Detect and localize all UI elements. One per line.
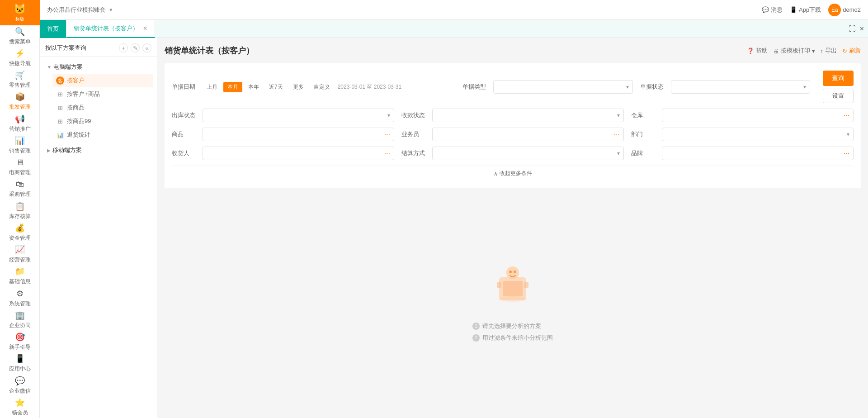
warehouse-dots-icon[interactable]: ··· (844, 111, 849, 119)
sidebar-item-retail[interactable]: 🛒 零售管理 (0, 69, 40, 90)
tab-sales-stats[interactable]: 销货单统计表（按客户） ✕ (66, 20, 155, 38)
sidebar-item-apps[interactable]: 📱 应用中心 (0, 352, 40, 374)
tree-desktop-parent[interactable]: ▼ 电脑端方案 (43, 60, 153, 74)
date-btn-more[interactable]: 更多 (289, 82, 308, 92)
collapse-bar[interactable]: ∧ 收起更多条件 (172, 166, 854, 181)
close-icon: ✕ (859, 25, 864, 32)
add-scheme-btn[interactable]: + (119, 43, 128, 52)
tabs-bar: 首页 销货单统计表（按客户） ✕ ⛶ ✕ (40, 20, 868, 38)
warehouse-control[interactable]: ··· (662, 109, 854, 122)
tree-child-by-product-99[interactable]: ⊞ 按商品99 (52, 114, 153, 128)
export-btn[interactable]: ↑ 导出 (821, 47, 837, 55)
sidebar-item-ecommerce[interactable]: 🖥 电商管理 (0, 156, 40, 178)
refresh-icon: ↻ (842, 48, 847, 54)
tab-close-btn[interactable]: ✕ (143, 25, 147, 32)
date-btn-this-year[interactable]: 本年 (244, 82, 263, 92)
sidebar-item-finance[interactable]: 💰 资金管理 (0, 222, 40, 243)
maximize-btn[interactable]: ⛶ (849, 25, 856, 33)
brand-control[interactable]: ··· (662, 147, 854, 160)
print-label: 按模板打印 (781, 47, 810, 55)
by-product-99-icon: ⊞ (56, 117, 64, 125)
date-btn-7days[interactable]: 近7天 (265, 82, 287, 92)
out-status-chevron-icon: ▾ (387, 112, 390, 119)
page-actions: ❓ 帮助 🖨 按模板打印 ▾ ↑ 导出 ↻ 刷新 (747, 47, 861, 55)
date-btn-last-month[interactable]: 上月 (203, 82, 222, 92)
refresh-btn[interactable]: ↻ 刷新 (842, 47, 861, 55)
collapse-icon: « (145, 45, 148, 52)
sidebar-item-guide[interactable]: 🎯 新手引导 (0, 331, 40, 352)
wechat-icon: 💬 (15, 376, 25, 386)
sidebar-item-wholesale[interactable]: 📦 批发管理 (0, 90, 40, 112)
filter-status-item: 单据状态 ▾ (640, 80, 810, 94)
salesperson-dots-icon[interactable]: ··· (614, 130, 620, 138)
edit-scheme-btn[interactable]: ✎ (131, 43, 140, 52)
by-product-label: 按商品 (67, 104, 85, 112)
tree-child-refund-stats[interactable]: 📊 退货统计 (52, 128, 153, 142)
enterprise-icon: 🏢 (15, 310, 25, 320)
sales-icon: 📊 (15, 136, 25, 146)
out-status-control[interactable]: ▾ (203, 109, 394, 122)
message-btn[interactable]: 💬 消息 (762, 6, 783, 14)
svg-point-4 (509, 271, 512, 273)
sidebar-item-member[interactable]: ⭐ 畅会员 (0, 396, 40, 418)
date-btn-custom[interactable]: 自定义 (310, 82, 334, 92)
salesperson-control[interactable]: ··· (432, 128, 624, 141)
status-control[interactable]: ▾ (671, 80, 810, 94)
date-btn-this-month[interactable]: 本月 (223, 82, 242, 92)
close-window-btn[interactable]: ✕ (859, 25, 864, 32)
tree-child-by-customer-product[interactable]: ⊞ 按客户+商品 (52, 87, 153, 101)
warehouse-label: 仓库 (631, 111, 658, 119)
tab-home[interactable]: 首页 (40, 20, 66, 38)
collect-status-control[interactable]: ▾ (432, 109, 624, 122)
product-control[interactable]: ··· (203, 128, 394, 141)
refund-stats-icon: 📊 (56, 131, 64, 139)
user-info[interactable]: Ea demo2 (828, 4, 861, 16)
brand-dots-icon[interactable]: ··· (844, 149, 849, 157)
app-download-btn[interactable]: 📱 App下载 (790, 6, 821, 14)
tree-mobile-label: 移动端方案 (52, 146, 82, 154)
sidebar-item-sales[interactable]: 📊 销售管理 (0, 134, 40, 156)
tree-mobile-parent[interactable]: ▶ 移动端方案 (43, 143, 153, 157)
svg-rect-2 (503, 281, 523, 296)
header-dropdown-arrow[interactable]: ▾ (109, 6, 113, 13)
sidebar-item-operations[interactable]: 📈 经营管理 (0, 243, 40, 265)
print-dropdown-arrow[interactable]: ▾ (812, 48, 815, 54)
sidebar-item-finance-label: 资金管理 (9, 234, 31, 242)
sidebar-item-operations-label: 经营管理 (9, 256, 31, 264)
tree-child-by-product[interactable]: ⊞ 按商品 (52, 101, 153, 114)
query-button[interactable]: 查询 (823, 71, 854, 86)
sidebar-item-wechat[interactable]: 💬 企业微信 (0, 374, 40, 396)
filter-out-status-item: 出库状态 ▾ (172, 109, 394, 122)
sidebar-item-marketing[interactable]: 📢 营销推广 (0, 113, 40, 134)
sidebar-item-search[interactable]: 🔍 搜索菜单 (0, 25, 40, 47)
svg-point-5 (514, 271, 516, 273)
out-status-label: 出库状态 (172, 111, 199, 119)
template-print-btn[interactable]: 🖨 按模板打印 ▾ (773, 47, 815, 55)
sidebar-item-purchase-label: 采购管理 (9, 190, 31, 198)
app-logo[interactable]: 🐱 标版 (0, 0, 40, 25)
sidebar-item-basic[interactable]: 📁 基础信息 (0, 265, 40, 287)
department-control[interactable]: ▾ (662, 128, 854, 141)
help-btn[interactable]: ❓ 帮助 (747, 47, 768, 55)
by-customer-product-icon: ⊞ (56, 90, 64, 98)
retail-icon: 🛒 (15, 70, 25, 80)
product-dots-icon[interactable]: ··· (384, 130, 390, 138)
sidebar-item-ecommerce-label: 电商管理 (9, 169, 31, 176)
settings-button[interactable]: 设置 (823, 89, 854, 103)
by-customer-product-label: 按客户+商品 (67, 90, 100, 98)
avatar: Ea (828, 4, 841, 16)
sidebar-item-inventory[interactable]: 📋 库存核算 (0, 200, 40, 222)
sidebar-item-enterprise[interactable]: 🏢 企业协同 (0, 309, 40, 331)
receiver-dots-icon[interactable]: ··· (384, 149, 390, 157)
tree-section: ▼ 电脑端方案 客 按客户 ⊞ 按客户+商品 ⊞ 按商品 (40, 60, 157, 157)
settlement-control[interactable]: ▾ (432, 147, 624, 160)
operations-icon: 📈 (15, 245, 25, 255)
receiver-control[interactable]: ··· (203, 147, 394, 160)
type-control[interactable]: ▾ (493, 80, 632, 94)
sidebar-item-quick-nav[interactable]: ⚡ 快捷导航 (0, 47, 40, 69)
collapse-panel-btn[interactable]: « (142, 43, 151, 52)
tree-child-by-customer[interactable]: 客 按客户 (52, 74, 153, 87)
sidebar-item-purchase[interactable]: 🛍 采购管理 (0, 178, 40, 200)
system-icon: ⚙ (16, 289, 24, 299)
sidebar-item-system[interactable]: ⚙ 系统管理 (0, 287, 40, 309)
